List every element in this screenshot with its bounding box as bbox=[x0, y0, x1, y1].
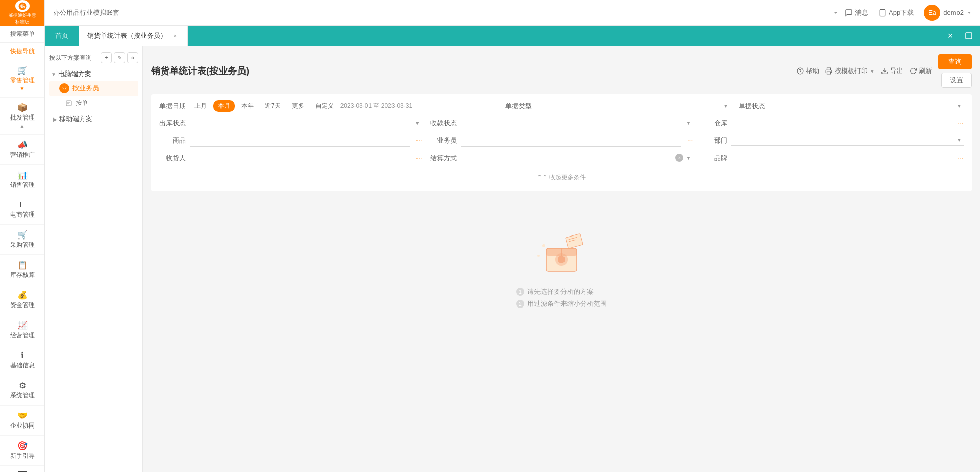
settings-button[interactable]: 设置 bbox=[941, 73, 972, 88]
page-title: 销货单统计表(按业务员) bbox=[151, 65, 249, 77]
tab-sales-stats[interactable]: 销货单统计表（按业务员） × bbox=[79, 26, 188, 46]
brand-input[interactable] bbox=[731, 152, 951, 164]
date-tab-this-month[interactable]: 本月 bbox=[213, 100, 235, 112]
sidebar-item-marketing-label: 营销推广 bbox=[2, 151, 42, 159]
date-tab-this-year[interactable]: 本年 bbox=[237, 100, 258, 112]
collapse-bar[interactable]: ⌃⌃ 收起更多条件 bbox=[159, 170, 964, 185]
quick-nav-label: 快捷导航 bbox=[10, 48, 35, 55]
purchase-icon: 🛒 bbox=[2, 230, 42, 240]
message-btn[interactable]: 消息 bbox=[845, 8, 868, 17]
sidebar-item-marketing[interactable]: 📣 营销推广 bbox=[0, 135, 44, 165]
out-status-select[interactable]: ▼ bbox=[190, 118, 422, 128]
date-tab-7days[interactable]: 近7天 bbox=[260, 100, 285, 112]
sidebar-item-purchase[interactable]: 🛒 采购管理 bbox=[0, 225, 44, 255]
date-tab-more[interactable]: 更多 bbox=[287, 100, 309, 112]
sidebar-item-inventory[interactable]: 📋 库存核算 bbox=[0, 255, 44, 285]
payment-label: 结算方式 bbox=[430, 154, 457, 163]
tabbar: 首页 销货单统计表（按业务员） × × bbox=[45, 26, 980, 46]
payment-clear-btn[interactable]: × bbox=[675, 154, 683, 162]
date-label: 单据日期 bbox=[159, 102, 186, 111]
tab-close-window-btn[interactable]: × bbox=[943, 29, 958, 43]
date-tab-custom[interactable]: 自定义 bbox=[311, 100, 338, 112]
plan-sub-item-bill[interactable]: 按单 bbox=[49, 96, 138, 110]
plan-item-by-salesman[interactable]: 业 按业务员 bbox=[49, 81, 138, 96]
quick-nav[interactable]: 快捷导航 bbox=[0, 43, 44, 60]
filter-row-2: 出库状态 ▼ 收款状态 ▼ 仓库 bbox=[159, 117, 964, 129]
tab-home[interactable]: 首页 bbox=[45, 26, 79, 46]
print-label: 按模板打印 bbox=[835, 66, 868, 76]
sidebar-item-purchase-label: 采购管理 bbox=[2, 241, 42, 249]
export-btn[interactable]: 导出 bbox=[881, 66, 903, 76]
sidebar-item-appstore[interactable]: 🔲 应用中心 bbox=[0, 466, 44, 472]
add-plan-btn[interactable]: + bbox=[101, 52, 112, 63]
tab-maximize-btn[interactable] bbox=[962, 29, 976, 43]
consignee-more-btn[interactable]: ··· bbox=[416, 154, 422, 162]
sidebar-item-ecommerce-label: 电商管理 bbox=[2, 210, 42, 219]
collect-status-select[interactable]: ▼ bbox=[461, 118, 693, 128]
warehouse-more-btn[interactable]: ··· bbox=[958, 119, 964, 127]
sidebar-item-basic[interactable]: ℹ 基础信息 bbox=[0, 345, 44, 375]
bill-type-label: 单据类型 bbox=[505, 102, 532, 111]
help-icon bbox=[797, 67, 804, 75]
goods-input[interactable] bbox=[190, 134, 410, 147]
svg-rect-10 bbox=[827, 72, 831, 74]
print-dropdown-icon[interactable]: ▼ bbox=[870, 68, 875, 74]
dept-select[interactable]: ▼ bbox=[731, 135, 964, 146]
tab-close-btn[interactable]: × bbox=[171, 32, 179, 40]
sidebar-item-ecommerce[interactable]: 🖥 电商管理 bbox=[0, 195, 44, 225]
goods-more-btn[interactable]: ··· bbox=[416, 136, 422, 145]
print-btn[interactable]: 按模板打印 ▼ bbox=[825, 66, 875, 76]
svg-text:畅: 畅 bbox=[20, 4, 24, 9]
help-btn[interactable]: 帮助 bbox=[797, 66, 819, 76]
refresh-btn[interactable]: 刷新 bbox=[910, 66, 932, 76]
svg-point-17 bbox=[542, 244, 545, 247]
app-logo[interactable]: 畅 畅捷通好生意 标准版 bbox=[0, 0, 44, 26]
collect-status-label: 收款状态 bbox=[430, 119, 457, 128]
guide-icon: 🎯 bbox=[2, 441, 42, 451]
empty-tip-1-text: 请先选择要分析的方案 bbox=[527, 287, 594, 296]
sidebar-item-guide[interactable]: 🎯 新手引导 bbox=[0, 436, 44, 466]
query-button[interactable]: 查询 bbox=[938, 54, 972, 69]
sidebar-item-operation[interactable]: 📈 经营管理 bbox=[0, 315, 44, 345]
mobile-plan-group[interactable]: ▶ 移动端方案 bbox=[49, 112, 138, 126]
salesman-more-btn[interactable]: ··· bbox=[687, 136, 693, 145]
bill-type-select[interactable]: ▼ bbox=[536, 101, 730, 111]
collect-status-arrow: ▼ bbox=[685, 120, 691, 126]
svg-point-16 bbox=[558, 256, 565, 263]
search-menu[interactable]: 搜索菜单 bbox=[0, 26, 44, 43]
plan-sub-item-bill-label: 按单 bbox=[76, 99, 88, 107]
date-tab-last-month[interactable]: 上月 bbox=[190, 100, 211, 112]
sidebar-item-wholesale[interactable]: 📦 批发管理 ▲ bbox=[0, 98, 44, 135]
consignee-input[interactable] bbox=[190, 152, 410, 164]
sidebar-item-retail[interactable]: 🛒 零售管理 ▼ bbox=[0, 60, 44, 98]
dropdown-icon[interactable] bbox=[832, 10, 839, 16]
out-status-label: 出库状态 bbox=[159, 119, 186, 128]
mobile-group-arrow: ▶ bbox=[53, 116, 57, 122]
svg-rect-4 bbox=[966, 33, 972, 39]
bill-status-select[interactable]: ▼ bbox=[769, 101, 964, 111]
salesman-plan-icon: 业 bbox=[59, 83, 69, 93]
user-profile[interactable]: Ea demo2 bbox=[924, 5, 972, 21]
salesman-input[interactable] bbox=[461, 134, 681, 147]
edit-plan-btn[interactable]: ✎ bbox=[114, 52, 125, 63]
dept-label: 部门 bbox=[701, 136, 727, 145]
warehouse-input[interactable] bbox=[731, 117, 951, 129]
sidebar-item-sales[interactable]: 📊 销售管理 bbox=[0, 165, 44, 195]
pc-group-header[interactable]: ▼ 电脑端方案 bbox=[49, 67, 138, 81]
sidebar: 畅 畅捷通好生意 标准版 搜索菜单 快捷导航 🛒 零售管理 ▼ 📦 批发管理 ▲… bbox=[0, 0, 45, 472]
sidebar-item-enterprise-label: 企业协同 bbox=[2, 421, 42, 430]
filter-row-4: 收货人 ··· 结算方式 × ▼ 品牌 bbox=[159, 152, 964, 164]
collapse-panel-btn[interactable]: « bbox=[127, 52, 138, 63]
main-area: 办公用品行业模拟账套 消息 App下载 Ea demo2 首页 bbox=[45, 0, 980, 472]
payment-select[interactable]: × ▼ bbox=[461, 152, 693, 164]
filter-area: 单据日期 上月 本月 本年 近7天 更多 自定义 2023-03-01 至 20… bbox=[151, 94, 972, 191]
brand-more-btn[interactable]: ··· bbox=[958, 154, 964, 162]
sub-item-icon bbox=[65, 100, 72, 107]
brand-label: 品牌 bbox=[701, 154, 727, 163]
sidebar-item-enterprise[interactable]: 🤝 企业协同 bbox=[0, 406, 44, 436]
filter-row-1: 单据日期 上月 本月 本年 近7天 更多 自定义 2023-03-01 至 20… bbox=[159, 100, 964, 112]
sidebar-item-finance[interactable]: 💰 资金管理 bbox=[0, 285, 44, 315]
sidebar-item-system[interactable]: ⚙ 系统管理 bbox=[0, 375, 44, 406]
app-download-btn[interactable]: App下载 bbox=[878, 8, 914, 17]
sidebar-item-retail-label: 零售管理 bbox=[2, 76, 42, 85]
